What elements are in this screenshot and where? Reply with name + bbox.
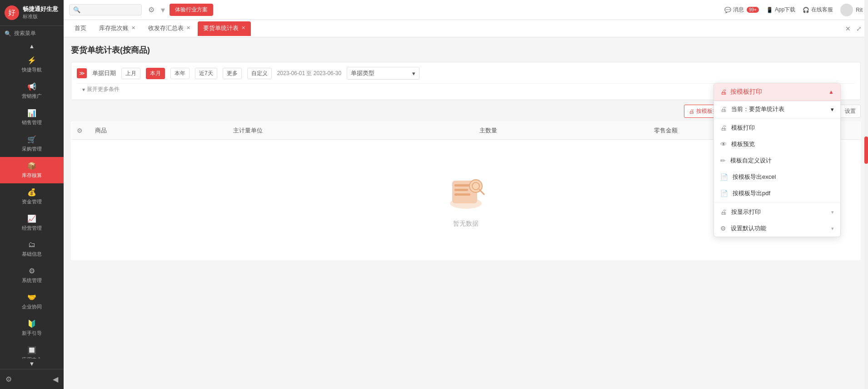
sidebar-item-label: 经营管理 xyxy=(22,225,42,232)
date-range-display: 2023-06-01 至 2023-06-30 xyxy=(277,70,341,77)
top-dropdown-arrow[interactable]: ▾ xyxy=(161,5,165,15)
top-search-input[interactable] xyxy=(83,7,129,13)
sidebar-item-enterprise[interactable]: 🤝 企业协同 xyxy=(0,288,64,315)
inventory-icon: 📦 xyxy=(27,162,36,170)
sidebar-item-guide[interactable]: 🔰 新手引导 xyxy=(0,315,64,341)
template-design-item[interactable]: ✏ 模板自定义设计 xyxy=(714,152,840,169)
sales-icon: 📊 xyxy=(27,109,36,117)
template-print-item[interactable]: 🖨 模板打印 xyxy=(714,120,840,136)
tab-home-label: 首页 xyxy=(75,24,86,32)
window-close-btn[interactable]: ✕ xyxy=(844,25,852,32)
date-current-month-btn[interactable]: 本月 xyxy=(146,68,165,79)
app-edition: 标准版 xyxy=(23,13,58,20)
sidebar-item-quick-nav[interactable]: ⚡ 快捷导航 xyxy=(0,51,64,78)
print-dropdown-close-icon[interactable]: ▲ xyxy=(828,89,834,95)
sidebar-item-label: 库存核算 xyxy=(22,172,42,179)
online-service-action[interactable]: 🎧 在线客服 xyxy=(803,6,833,14)
export-excel-label: 按模板导出excel xyxy=(733,173,834,181)
export-pdf-item[interactable]: 📄 按模板导出pdf xyxy=(714,185,840,202)
settings-icon[interactable]: ⚙ xyxy=(4,373,14,385)
template-print-icon: 🖨 xyxy=(720,124,727,131)
settings-btn[interactable]: 设置 xyxy=(840,105,861,118)
service-icon: 🎧 xyxy=(803,7,809,13)
collapse-icon[interactable]: ◀ xyxy=(51,373,60,385)
message-action[interactable]: 💬 消息 99+ xyxy=(724,6,759,14)
sidebar-scroll-up[interactable]: ▲ xyxy=(0,41,64,51)
set-default-arrow: ▾ xyxy=(831,226,834,232)
user-avatar xyxy=(840,4,853,16)
main-area: 🔍 ⚙ ▾ 体验行业方案 💬 消息 99+ 📱 App下载 🎧 在线客服 Rit xyxy=(64,0,868,389)
sidebar-bottom: ⚙ ◀ xyxy=(0,369,64,389)
sidebar-item-app-center[interactable]: 🔲 应用中心 xyxy=(0,341,64,359)
template-print-label: 模板打印 xyxy=(731,124,834,132)
tab-order-stats-close[interactable]: ✕ xyxy=(241,25,245,31)
doc-type-select[interactable]: 单据类型 ▾ xyxy=(347,67,419,80)
set-default-icon: ⚙ xyxy=(720,225,726,232)
sidebar-item-label: 应用中心 xyxy=(22,356,42,359)
filter-toggle-btn[interactable]: ≫ xyxy=(77,68,87,78)
tab-batch-account-close[interactable]: ✕ xyxy=(131,25,135,31)
sidebar-scroll-down[interactable]: ▼ xyxy=(0,359,64,369)
sidebar-item-basics[interactable]: 🗂 基础信息 xyxy=(0,236,64,262)
window-expand-btn[interactable]: ⤢ xyxy=(855,25,863,32)
print-dropdown-icon: 🖨 xyxy=(720,88,727,96)
tab-home[interactable]: 首页 xyxy=(69,21,92,36)
tab-order-stats[interactable]: 要货单统计表 ✕ xyxy=(198,21,251,36)
date-current-year-btn[interactable]: 本年 xyxy=(170,68,190,79)
trial-button[interactable]: 体验行业方案 xyxy=(170,4,213,16)
display-print-icon: 🖨 xyxy=(720,208,727,216)
tab-order-stats-label: 要货单统计表 xyxy=(203,24,239,32)
top-gear-icon[interactable]: ⚙ xyxy=(146,4,156,16)
sidebar-search-label: 搜索菜单 xyxy=(14,30,36,37)
sidebar-item-label: 销售管理 xyxy=(22,119,42,126)
tab-batch-account[interactable]: 库存批次账 ✕ xyxy=(94,21,141,36)
right-scrollbar[interactable] xyxy=(864,0,868,389)
date-prev-month-btn[interactable]: 上月 xyxy=(121,68,140,79)
sidebar-item-purchase[interactable]: 🛒 采购管理 xyxy=(0,131,64,157)
export-excel-icon: 📄 xyxy=(720,173,728,181)
system-icon: ⚙ xyxy=(29,267,35,275)
sidebar-item-sales[interactable]: 📊 销售管理 xyxy=(0,104,64,131)
display-print-item[interactable]: 🖨 按显示打印 ▾ xyxy=(714,204,840,220)
sidebar-item-marketing[interactable]: 📢 营销推广 xyxy=(0,78,64,104)
svg-rect-3 xyxy=(454,189,468,191)
table-settings-icon[interactable]: ⚙ xyxy=(77,127,83,134)
date-more-btn[interactable]: 更多 xyxy=(223,68,242,79)
user-profile[interactable]: Rit xyxy=(840,4,863,16)
marketing-icon: 📢 xyxy=(27,82,36,91)
top-bar: 🔍 ⚙ ▾ 体验行业方案 💬 消息 99+ 📱 App下载 🎧 在线客服 Rit xyxy=(64,0,868,20)
export-excel-item[interactable]: 📄 按模板导出excel xyxy=(714,169,840,185)
col-quantity: 主数量 xyxy=(474,122,649,140)
app-download-action[interactable]: 📱 App下载 xyxy=(766,6,795,14)
app-brand-name: 畅捷通好生意 xyxy=(23,5,58,13)
enterprise-icon: 🤝 xyxy=(27,293,36,302)
expand-icon: ▾ xyxy=(82,86,85,93)
top-search-box[interactable]: 🔍 xyxy=(69,4,142,15)
svg-line-7 xyxy=(479,190,484,194)
divider-1 xyxy=(714,118,840,119)
current-template-label: 当前：要货单统计表 xyxy=(731,105,826,113)
tab-receipt-summary[interactable]: 收发存汇总表 ✕ xyxy=(143,21,196,36)
app-center-icon: 🔲 xyxy=(27,346,36,354)
purchase-icon: 🛒 xyxy=(27,135,36,144)
sidebar-item-label: 新手引导 xyxy=(22,330,42,337)
print-current-template-item[interactable]: 🖨 当前：要货单统计表 ▾ xyxy=(714,101,840,117)
search-icon: 🔍 xyxy=(73,6,80,13)
sidebar-search[interactable]: 🔍 搜索菜单 xyxy=(0,26,64,41)
date-custom-btn[interactable]: 自定义 xyxy=(247,68,272,79)
template-preview-item[interactable]: 👁 模板预览 xyxy=(714,136,840,152)
sidebar-item-operations[interactable]: 📈 经营管理 xyxy=(0,210,64,236)
date-filter-label: 单据日期 xyxy=(92,69,116,77)
date-last-7-days-btn[interactable]: 近7天 xyxy=(195,68,217,79)
print-dropdown-title: 按模板打印 xyxy=(730,88,762,96)
sidebar-item-system[interactable]: ⚙ 系统管理 xyxy=(0,262,64,288)
sidebar-item-finance[interactable]: 💰 资金管理 xyxy=(0,183,64,210)
empty-icon xyxy=(443,172,489,212)
filter-row: ≫ 单据日期 上月 本月 本年 近7天 更多 自定义 2023-06-01 至 … xyxy=(77,67,855,80)
set-default-item[interactable]: ⚙ 设置默认功能 ▾ xyxy=(714,220,840,237)
tab-receipt-summary-close[interactable]: ✕ xyxy=(186,25,190,31)
download-icon: 📱 xyxy=(766,7,773,13)
sidebar-item-inventory[interactable]: 📦 库存核算 xyxy=(0,157,64,183)
message-label: 消息 xyxy=(733,6,744,14)
set-default-label: 设置默认功能 xyxy=(731,224,827,232)
